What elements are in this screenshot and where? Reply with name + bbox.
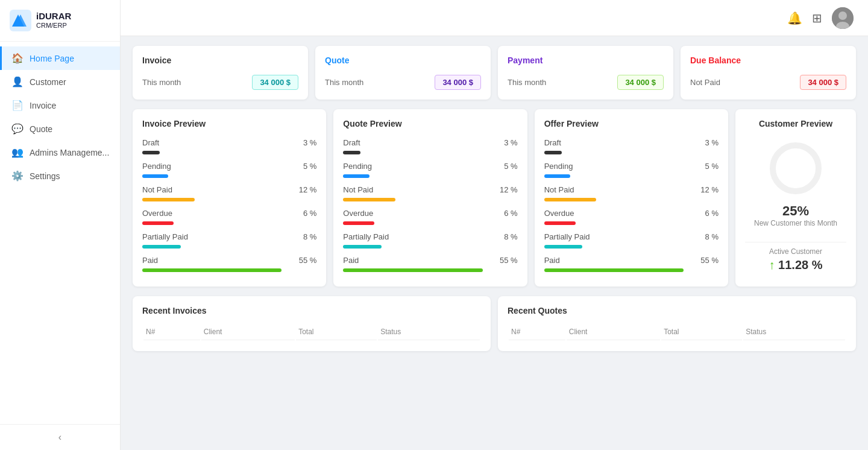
preview-section: Invoice Preview Draft3 %Pending5 %Not Pa… [133, 109, 856, 287]
preview-row-label: Paid [343, 256, 359, 265]
summary-card-label-quote: This month [325, 78, 363, 87]
active-customer-label: Active Customer [769, 247, 822, 256]
preview-bar [142, 151, 160, 154]
preview-bar [343, 221, 374, 225]
preview-row-label: Paid [544, 256, 560, 265]
customer-preview-card: Customer Preview 25% New Customer this M… [735, 109, 856, 287]
sidebar-item-label: Admins Manageme... [30, 148, 109, 157]
preview-row-value: 5 % [303, 162, 316, 171]
active-customer-percent: 11.28 % [778, 258, 822, 271]
recent-invoices-col: N# [143, 324, 200, 340]
preview-row-label: Pending [142, 162, 171, 171]
preview-row-label: Draft [544, 138, 561, 147]
preview-row: Paid55 % [142, 253, 316, 267]
summary-card-row-invoice: This month 34 000 $ [142, 75, 298, 90]
summary-card-label-due: Not Paid [690, 78, 720, 87]
preview-bar-row [544, 150, 719, 159]
preview-bar [142, 198, 195, 201]
recent-invoices-table: N#ClientTotalStatus [142, 323, 481, 341]
quote-preview-title: Quote Preview [343, 119, 517, 128]
preview-row: Overdue6 % [343, 206, 517, 220]
preview-bar [544, 174, 570, 178]
sidebar: iDURAR CRM/ERP 🏠Home Page👤Customer📄Invoi… [0, 0, 121, 450]
summary-badge-payment: 34 000 $ [617, 75, 664, 90]
preview-row-label: Draft [142, 138, 159, 147]
header: 🔔 ⊞ [121, 0, 868, 36]
preview-row-value: 55 % [500, 256, 518, 265]
summary-badge-invoice: 34 000 $ [252, 75, 298, 90]
grid-icon[interactable]: ⊞ [812, 11, 822, 25]
preview-bar-row [142, 150, 316, 159]
sidebar-item-quote[interactable]: 💬Quote [0, 117, 120, 141]
svg-point-6 [773, 145, 819, 191]
summary-badge-quote: 34 000 $ [435, 75, 481, 90]
preview-bar [343, 151, 360, 154]
preview-row-label: Not Paid [544, 185, 574, 194]
summary-card-row-payment: This month 34 000 $ [508, 75, 664, 90]
recent-invoices-card: Recent Invoices N#ClientTotalStatus [133, 296, 491, 351]
logo: iDURAR CRM/ERP [0, 0, 120, 42]
sidebar-item-customer[interactable]: 👤Customer [0, 70, 120, 93]
recent-quotes-col: Total [661, 324, 742, 340]
preview-bar-row [343, 267, 517, 277]
offer-preview-card: Offer Preview Draft3 %Pending5 %Not Paid… [535, 109, 728, 287]
preview-row-value: 8 % [504, 232, 517, 241]
preview-row-value: 3 % [705, 138, 719, 147]
preview-bar-row [343, 244, 517, 253]
summary-card-title-due: Due Balance [690, 55, 846, 65]
recent-quotes-table: N#ClientTotalStatus [508, 323, 846, 341]
main-container: 🔔 ⊞ Invoice This month 34 000 $ Quote Th… [121, 0, 868, 450]
preview-row: Paid55 % [343, 253, 517, 267]
summary-card-row-due: Not Paid 34 000 $ [690, 75, 846, 90]
preview-row-label: Pending [544, 162, 573, 171]
preview-bar [544, 245, 583, 249]
preview-bar [544, 268, 684, 272]
preview-row: Partially Paid8 % [142, 230, 316, 244]
sidebar-item-invoice[interactable]: 📄Invoice [0, 93, 120, 117]
preview-row-label: Partially Paid [142, 232, 188, 241]
sidebar-collapse-button[interactable]: ‹ [0, 424, 120, 450]
summary-card-due: Due Balance Not Paid 34 000 $ [681, 46, 856, 100]
sidebar-item-admins[interactable]: 👥Admins Manageme... [0, 141, 120, 164]
preview-row-value: 55 % [700, 256, 719, 265]
sidebar-item-settings[interactable]: ⚙️Settings [0, 164, 120, 188]
recent-quotes-header: N#ClientTotalStatus [509, 324, 845, 340]
donut-chart [766, 138, 826, 198]
recent-invoices-col: Total [296, 324, 377, 340]
preview-bar-row [544, 220, 719, 230]
customer-icon: 👤 [11, 76, 24, 87]
preview-row-value: 8 % [705, 232, 719, 241]
sidebar-item-label: Invoice [30, 101, 56, 110]
preview-bar-row [142, 220, 316, 230]
preview-row-label: Pending [343, 162, 372, 171]
summary-card-title-payment: Payment [508, 55, 664, 65]
preview-row-label: Partially Paid [544, 232, 590, 241]
preview-bar [544, 151, 562, 154]
donut-label: 25% [782, 203, 809, 219]
sidebar-item-label: Quote [30, 124, 52, 134]
customer-preview-title: Customer Preview [759, 119, 832, 128]
notification-icon[interactable]: 🔔 [787, 11, 802, 25]
summary-cards: Invoice This month 34 000 $ Quote This m… [133, 46, 856, 100]
summary-card-invoice: Invoice This month 34 000 $ [133, 46, 308, 100]
preview-bar [544, 198, 597, 201]
preview-bar-row [142, 173, 316, 183]
preview-bar-row [142, 244, 316, 253]
preview-row: Pending5 % [544, 159, 719, 173]
preview-row-label: Overdue [544, 209, 574, 218]
recent-invoices-col: Status [378, 324, 480, 340]
recent-quotes-col: Status [743, 324, 845, 340]
preview-bar [142, 174, 168, 178]
settings-icon: ⚙️ [11, 170, 24, 182]
sidebar-item-label: Customer [30, 77, 66, 87]
preview-row: Pending5 % [142, 159, 316, 173]
user-avatar[interactable] [832, 7, 854, 29]
recent-quotes-col: N# [509, 324, 565, 340]
sidebar-item-home[interactable]: 🏠Home Page [0, 46, 120, 70]
logo-text: iDURAR CRM/ERP [36, 11, 71, 30]
summary-card-row-quote: This month 34 000 $ [325, 75, 481, 90]
preview-row: Draft3 % [142, 136, 316, 150]
preview-row-value: 12 % [700, 185, 719, 194]
preview-bar [343, 198, 395, 201]
logo-icon [10, 10, 31, 31]
